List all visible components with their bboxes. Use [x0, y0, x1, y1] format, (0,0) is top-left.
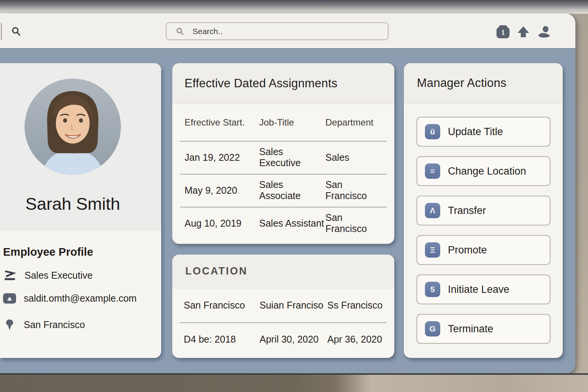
- email-text: saldit.omth@example.com: [24, 293, 137, 304]
- update-title-icon: ū: [425, 124, 440, 139]
- change-location-label: Change Location: [448, 165, 526, 177]
- table-row: Aug 10, 2019 Sales Assistant San Francis…: [185, 207, 384, 240]
- column-department: Department: [325, 117, 384, 128]
- user-profile-icon[interactable]: [537, 25, 552, 39]
- location-text: San Francisco: [24, 319, 85, 330]
- location-card-header: LOCATION: [172, 255, 394, 288]
- avatar: [24, 78, 121, 175]
- window-edge-line: [1, 23, 2, 40]
- cell-date: Aug 10, 2019: [185, 218, 259, 229]
- search-input[interactable]: [193, 27, 388, 36]
- topbar-icon-group: 1: [497, 25, 552, 39]
- search-input-icon: [175, 26, 185, 36]
- update-title-label: Update Title: [448, 126, 503, 138]
- employee-profile-card: Sarah Smith Employee Profile Sales Execu…: [0, 63, 161, 358]
- notification-count: 1: [501, 28, 505, 37]
- column-effective-start: Efrective Start.: [185, 117, 259, 128]
- briefcase-icon: [3, 269, 17, 282]
- manager-actions-title: Manager Actions: [417, 76, 506, 90]
- terminate-label: Terminate: [448, 323, 493, 335]
- effective-dated-assignments-card: Effective Dated Assignments Efrective St…: [172, 63, 394, 244]
- change-location-button[interactable]: ≡ Change Location: [416, 156, 550, 186]
- search-bar[interactable]: [166, 22, 389, 40]
- table-row: D4 be: 2018 April 30, 2020 Apr 36, 2020: [184, 323, 387, 356]
- column-job-title: Job-Title: [259, 117, 325, 128]
- desk-background: [0, 373, 588, 392]
- employee-name: Sarah Smith: [0, 194, 145, 214]
- cell-date-3: Apr 36, 2020: [327, 334, 387, 345]
- cell-location-3: Ss Francisco: [327, 300, 387, 311]
- location-card: LOCATION San Francisco Suian Franciso Ss…: [172, 255, 394, 358]
- cell-date: Jan 19, 2022: [185, 152, 259, 163]
- location-title: LOCATION: [185, 265, 248, 277]
- cell-date: May 9, 2020: [185, 185, 259, 196]
- update-title-button[interactable]: ū Update Title: [416, 117, 550, 147]
- profile-photo-section: Sarah Smith: [0, 63, 161, 230]
- table-row: San Francisco Suian Franciso Ss Francisc…: [184, 288, 387, 322]
- manager-actions-card: Manager Actions ū Update Title ≡ Change …: [404, 63, 563, 358]
- cell-job-title: Sales Executive: [259, 146, 325, 168]
- assignments-table-header: Efrective Start. Job-Title Department: [185, 104, 384, 141]
- top-navigation-bar: 1: [0, 13, 575, 49]
- ambient-top-strip: [0, 0, 588, 14]
- cell-date-2: April 30, 2020: [260, 334, 327, 345]
- table-row: Jan 19, 2022 Sales Executive Sales: [185, 141, 384, 174]
- initiate-leave-icon: 5: [425, 282, 440, 297]
- terminate-icon: G: [425, 321, 440, 336]
- cell-department: San Francisco: [325, 212, 384, 234]
- initiate-leave-label: Initiate Leave: [448, 284, 510, 296]
- terminate-button[interactable]: G Terminate: [416, 314, 550, 344]
- cell-department: San Francisco: [325, 179, 384, 201]
- assignments-card-header: Effective Dated Assignments: [172, 63, 394, 104]
- location-pin-icon: [3, 318, 16, 332]
- job-title-text: Sales Executive: [24, 270, 93, 281]
- cell-location-1: San Francisco: [184, 300, 260, 311]
- cell-job-title: Sales Assistant: [259, 218, 325, 229]
- initiate-leave-button[interactable]: 5 Initiate Leave: [416, 274, 550, 304]
- promote-icon: Ξ: [425, 242, 440, 258]
- manager-actions-header: Manager Actions: [404, 63, 563, 103]
- cell-department: Sales: [325, 152, 384, 163]
- assignments-title: Effective Dated Assignments: [185, 77, 337, 90]
- notification-badge-icon[interactable]: 1: [497, 27, 510, 38]
- promote-button[interactable]: Ξ Promote: [416, 235, 550, 265]
- profile-item-location: San Francisco: [3, 318, 85, 332]
- search-icon[interactable]: [10, 25, 22, 38]
- change-location-icon: ≡: [425, 163, 440, 179]
- email-icon: [3, 293, 16, 304]
- transfer-button[interactable]: Λ Transfer: [416, 196, 550, 225]
- app-window: 1: [0, 13, 575, 374]
- cell-location-2: Suian Franciso: [260, 300, 327, 311]
- table-row: May 9, 2020 Sales Associate San Francisc…: [185, 174, 384, 207]
- transfer-icon: Λ: [425, 203, 440, 218]
- profile-item-email: saldit.omth@example.com: [3, 293, 137, 304]
- profile-details-section: Employee Profile Sales Executive saldit.…: [0, 230, 161, 358]
- promote-label: Promote: [448, 244, 487, 256]
- upload-arrow-icon[interactable]: [516, 25, 530, 39]
- profile-item-job-title: Sales Executive: [3, 269, 93, 282]
- profile-section-title: Employee Profile: [3, 246, 93, 258]
- cell-date-1: D4 be: 2018: [184, 334, 260, 345]
- cell-job-title: Sales Associate: [259, 179, 325, 201]
- transfer-label: Transfer: [448, 205, 486, 217]
